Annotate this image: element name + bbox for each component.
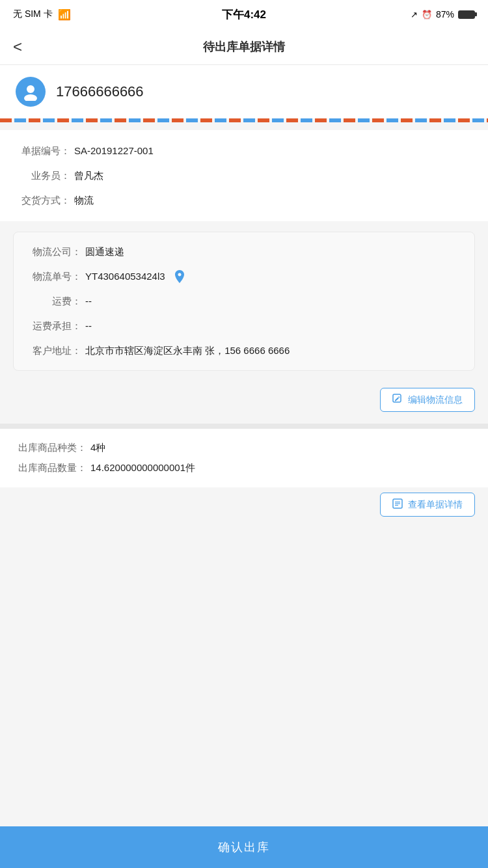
edit-logistics-label: 编辑物流信息: [408, 394, 463, 406]
order-info-section: 单据编号： SA-20191227-001 业务员： 曾凡杰 交货方式： 物流: [0, 130, 488, 221]
svg-point-0: [27, 85, 34, 93]
edit-logistics-button[interactable]: 编辑物流信息: [380, 388, 475, 412]
back-button[interactable]: <: [8, 33, 27, 61]
logistics-tracking-value: YT43064053424l3: [85, 269, 459, 284]
logistics-tracking-row: 物流单号： YT43064053424l3: [29, 269, 459, 284]
dashed-separator: [0, 118, 488, 122]
logistics-company-label: 物流公司：: [29, 244, 81, 260]
confirm-outbound-label: 确认出库: [218, 839, 270, 855]
location-icon: ↗: [411, 10, 418, 20]
confirm-outbound-button[interactable]: 确认出库: [0, 826, 488, 868]
status-left: 无 SIM 卡 📶: [13, 8, 71, 21]
goods-quantity-row: 出库商品数量： 14.620000000000001件: [18, 462, 470, 474]
freight-value: --: [85, 293, 459, 309]
detail-action-row: 查看单据详情: [0, 487, 488, 528]
customer-phone: 17666666666: [56, 83, 144, 100]
address-row: 客户地址： 北京市市辖区海淀区永丰南 张，156 6666 6666: [29, 343, 459, 359]
sales-person-row: 业务员： 曾凡杰: [18, 168, 470, 183]
avatar: [16, 77, 46, 107]
edit-action-row: 编辑物流信息: [0, 381, 488, 424]
delivery-method-label: 交货方式：: [18, 193, 70, 208]
carrier-label: 无 SIM 卡: [13, 8, 53, 20]
freight-bearer-row: 运费承担： --: [29, 318, 459, 334]
customer-header: 17666666666: [0, 65, 488, 118]
battery-icon: [458, 10, 475, 19]
section-divider: [0, 424, 488, 429]
delivery-method-value: 物流: [74, 193, 470, 208]
view-detail-button[interactable]: 查看单据详情: [380, 493, 475, 517]
status-time: 下午4:42: [222, 7, 266, 22]
logistics-company-value: 圆通速递: [85, 244, 459, 260]
goods-type-row: 出库商品种类： 4种: [18, 442, 470, 454]
empty-area: [0, 528, 488, 632]
goods-type-label: 出库商品种类：: [18, 442, 87, 454]
logistics-tracking-label: 物流单号：: [29, 269, 81, 284]
wifi-icon: 📶: [58, 8, 71, 21]
freight-bearer-value: --: [85, 318, 459, 334]
location-pin-icon[interactable]: [172, 269, 187, 284]
sales-person-value: 曾凡杰: [74, 168, 470, 183]
address-value: 北京市市辖区海淀区永丰南 张，156 6666 6666: [85, 343, 459, 359]
order-number-row: 单据编号： SA-20191227-001: [18, 143, 470, 159]
delivery-method-row: 交货方式： 物流: [18, 193, 470, 208]
detail-icon: [392, 498, 403, 511]
view-detail-label: 查看单据详情: [408, 499, 463, 511]
freight-row: 运费： --: [29, 293, 459, 309]
status-bar: 无 SIM 卡 📶 下午4:42 ↗ ⏰ 87%: [0, 0, 488, 29]
svg-point-1: [24, 94, 37, 101]
order-number-label: 单据编号：: [18, 143, 70, 159]
tracking-number: YT43064053424l3: [85, 269, 165, 284]
logistics-company-row: 物流公司： 圆通速递: [29, 244, 459, 260]
logistics-card: 物流公司： 圆通速递 物流单号： YT43064053424l3 运费： -- …: [13, 232, 475, 371]
battery-label: 87%: [436, 9, 454, 20]
address-label: 客户地址：: [29, 343, 81, 359]
goods-type-value: 4种: [90, 442, 105, 454]
freight-label: 运费：: [29, 293, 81, 309]
edit-icon: [392, 394, 403, 406]
goods-quantity-label: 出库商品数量：: [18, 462, 87, 474]
alarm-icon: ⏰: [422, 10, 432, 20]
freight-bearer-label: 运费承担：: [29, 318, 81, 334]
page-title: 待出库单据详情: [203, 39, 285, 55]
goods-section: 出库商品种类： 4种 出库商品数量： 14.620000000000001件: [0, 429, 488, 487]
status-right: ↗ ⏰ 87%: [411, 9, 475, 20]
sales-person-label: 业务员：: [18, 168, 70, 183]
goods-quantity-value: 14.620000000000001件: [90, 462, 195, 474]
order-number-value: SA-20191227-001: [74, 143, 470, 159]
nav-bar: < 待出库单据详情: [0, 29, 488, 65]
